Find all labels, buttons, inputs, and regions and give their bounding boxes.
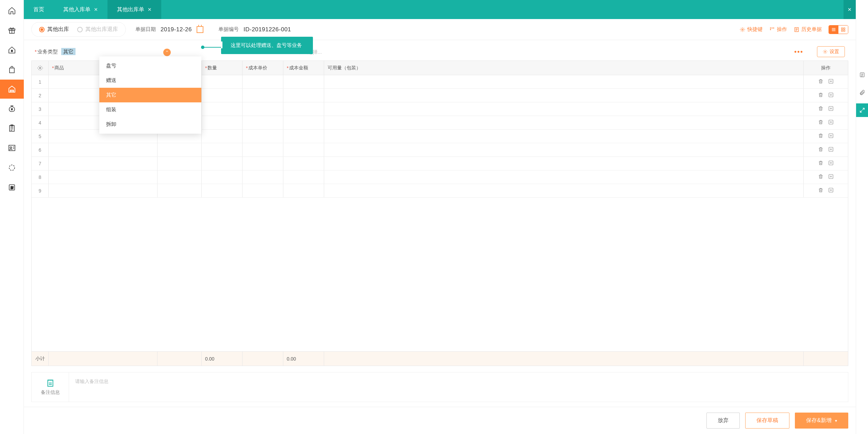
handler-field: 经手人 ••• xyxy=(289,48,803,56)
svg-rect-14 xyxy=(772,28,773,29)
doc-id-value: ID-20191226-001 xyxy=(244,26,291,33)
tab-other-out[interactable]: 其他出库单✕ xyxy=(107,0,161,19)
calendar-icon[interactable] xyxy=(197,26,203,33)
close-icon[interactable]: ✕ xyxy=(148,7,152,12)
subtotal-label: 小计 xyxy=(32,352,49,366)
add-row-icon[interactable] xyxy=(828,106,834,112)
biz-type-value[interactable]: 其它 xyxy=(61,48,76,55)
svg-rect-21 xyxy=(844,30,845,31)
attachment-icon[interactable] xyxy=(856,86,868,99)
gear-column[interactable] xyxy=(32,61,49,75)
dropdown-option[interactable]: 赠送 xyxy=(99,73,201,88)
svg-text:$: $ xyxy=(11,49,13,52)
doc-date-value[interactable]: 2019-12-26 xyxy=(161,26,192,33)
svg-point-22 xyxy=(824,51,826,52)
radio-other-out[interactable]: 其他出库 xyxy=(39,26,69,33)
tip-connector-line xyxy=(202,47,221,48)
delete-icon[interactable] xyxy=(818,147,823,153)
add-row-icon[interactable] xyxy=(828,187,834,194)
tab-bar: 首页 其他入库单✕ 其他出库单✕ ✕ xyxy=(24,0,856,19)
grid-view-icon[interactable] xyxy=(838,26,848,34)
save-new-button[interactable]: 保存&新增▾ xyxy=(795,413,848,429)
tooltip: 这里可以处理赠送、盘亏等业务 xyxy=(221,37,313,54)
operate-link[interactable]: 操作 xyxy=(769,26,787,33)
svg-rect-3 xyxy=(10,68,14,73)
new-icon[interactable]: 新 xyxy=(7,183,16,192)
top-bar: 其他出库 其他出库退库 单据日期 2019-12-26 单据编号 ID-2019… xyxy=(24,19,856,40)
detail-icon[interactable] xyxy=(856,68,868,82)
svg-rect-15 xyxy=(773,28,774,29)
radio-other-out-return[interactable]: 其他出库退库 xyxy=(77,26,118,33)
form-row: *业务类型 其它 ⌃ ••• 经手人 ••• 设置 这里可以处理赠送、盘亏等业务… xyxy=(24,40,856,61)
discard-button[interactable]: 放弃 xyxy=(706,413,740,429)
right-sidebar xyxy=(856,0,868,434)
svg-rect-16 xyxy=(770,29,771,30)
add-row-icon[interactable] xyxy=(828,160,834,167)
delete-icon[interactable] xyxy=(818,160,823,167)
warehouse-icon[interactable] xyxy=(0,80,24,99)
delete-icon[interactable] xyxy=(818,79,823,85)
delete-icon[interactable] xyxy=(818,106,823,112)
table-row[interactable]: 6 xyxy=(32,143,848,157)
add-row-icon[interactable] xyxy=(828,119,834,126)
loading-icon[interactable] xyxy=(7,163,16,172)
delete-icon[interactable] xyxy=(818,174,823,180)
col-available: 可用量（包装） xyxy=(324,61,804,75)
table-row[interactable]: 7 xyxy=(32,157,848,170)
add-row-icon[interactable] xyxy=(828,133,834,139)
dropdown-option[interactable]: 盘亏 xyxy=(99,59,201,73)
table-row[interactable]: 9 xyxy=(32,184,848,198)
handler-input[interactable] xyxy=(307,49,375,55)
col-cost-amount: *成本金额 xyxy=(283,61,324,75)
footer-actions: 放弃 保存草稿 保存&新增▾ xyxy=(24,407,856,434)
dropdown-option[interactable]: 组装 xyxy=(99,102,201,117)
left-sidebar: $ ¥ 新 xyxy=(0,0,24,434)
more-icon[interactable]: ••• xyxy=(794,48,803,56)
subtotal-amount: 0.00 xyxy=(283,352,324,366)
chevron-down-icon: ▾ xyxy=(835,418,837,423)
close-icon[interactable]: ✕ xyxy=(94,7,98,12)
clipboard-icon[interactable] xyxy=(7,124,16,133)
add-row-icon[interactable] xyxy=(828,174,834,180)
history-link[interactable]: 历史单据 xyxy=(794,26,822,33)
svg-point-9 xyxy=(9,165,15,170)
shortcut-link[interactable]: 快捷键 xyxy=(740,26,763,33)
settings-button[interactable]: 设置 xyxy=(817,46,845,57)
add-row-icon[interactable] xyxy=(828,79,834,85)
expand-icon[interactable] xyxy=(856,103,868,117)
money-bag-icon[interactable]: ¥ xyxy=(7,104,16,113)
list-view-icon[interactable] xyxy=(829,26,838,34)
delete-icon[interactable] xyxy=(818,187,823,194)
svg-text:新: 新 xyxy=(10,186,13,189)
tab-home[interactable]: 首页 xyxy=(24,0,54,19)
dropdown-option[interactable]: 拆卸 xyxy=(99,117,201,132)
bag-icon[interactable] xyxy=(7,65,16,74)
svg-point-12 xyxy=(742,29,743,30)
delete-icon[interactable] xyxy=(818,119,823,126)
gift-icon[interactable] xyxy=(7,26,16,35)
money-house-icon[interactable]: $ xyxy=(7,46,16,54)
doc-date-label: 单据日期 xyxy=(135,26,156,33)
contact-icon[interactable] xyxy=(7,144,16,152)
add-row-icon[interactable] xyxy=(828,147,834,153)
remark-input[interactable] xyxy=(69,372,848,402)
add-row-icon[interactable] xyxy=(828,92,834,99)
close-all-icon[interactable]: ✕ xyxy=(844,0,856,19)
table-subtotal-row: 小计 0.00 0.00 xyxy=(32,351,848,366)
biz-type-field: *业务类型 其它 ⌃ xyxy=(35,49,76,55)
view-toggle xyxy=(829,25,848,34)
dropdown-option[interactable]: 其它 xyxy=(99,88,201,102)
save-draft-button[interactable]: 保存草稿 xyxy=(745,413,789,429)
remark-tab[interactable]: 备注信息 xyxy=(32,372,69,402)
svg-rect-19 xyxy=(844,28,845,29)
home-icon[interactable] xyxy=(7,6,16,15)
table-row[interactable]: 8 xyxy=(32,170,848,184)
delete-icon[interactable] xyxy=(818,92,823,99)
tab-other-in[interactable]: 其他入库单✕ xyxy=(54,0,107,19)
svg-rect-18 xyxy=(841,28,843,29)
subtotal-qty: 0.00 xyxy=(202,352,243,366)
delete-icon[interactable] xyxy=(818,133,823,139)
chevron-up-icon[interactable]: ⌃ xyxy=(163,49,171,56)
biz-type-dropdown: 盘亏赠送其它组装拆卸 xyxy=(99,56,201,134)
doc-type-radio-group: 其他出库 其他出库退库 xyxy=(31,22,126,37)
